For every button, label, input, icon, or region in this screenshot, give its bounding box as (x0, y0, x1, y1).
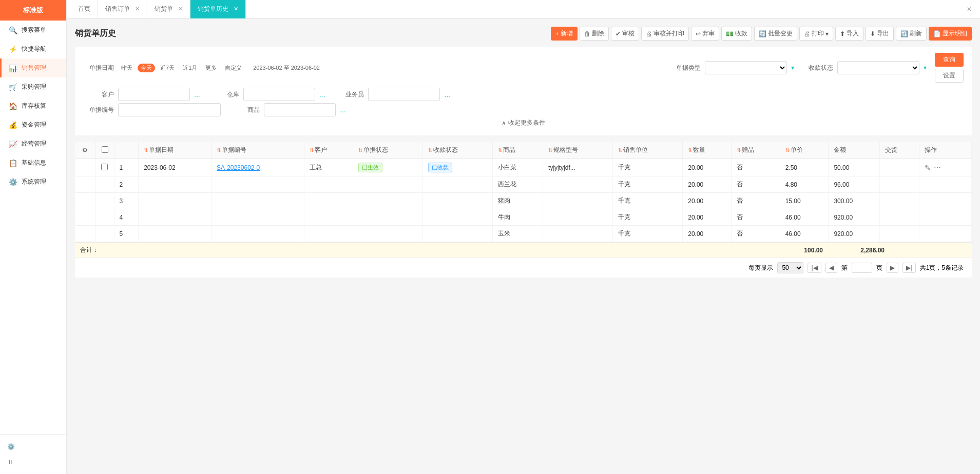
prev-page-button[interactable]: ◀ (825, 263, 837, 273)
tab-bar-close-button[interactable]: ✕ (963, 4, 976, 15)
customer-more-icon[interactable]: ... (194, 90, 200, 98)
td-action[interactable] (919, 226, 972, 242)
td-action[interactable] (919, 176, 972, 193)
sidebar-bottom-pause[interactable]: ⏸ (0, 455, 66, 470)
collect-button[interactable]: 💵 收款 (721, 27, 752, 41)
date-tag-more[interactable]: 更多 (202, 64, 220, 72)
goods-more-icon[interactable]: ... (340, 106, 346, 114)
review-print-button[interactable]: 🖨 审核并打印 (641, 27, 689, 41)
sidebar-bottom-settings[interactable]: ⚙️ (0, 439, 66, 455)
td-number[interactable] (212, 226, 304, 242)
refresh-button[interactable]: 🔃 刷新 (896, 27, 927, 41)
td-number[interactable]: SA-20230602-0 (212, 159, 304, 176)
date-tag-custom[interactable]: 自定义 (222, 64, 245, 72)
customer-input[interactable] (118, 88, 190, 101)
doc-number-input[interactable] (118, 103, 221, 116)
td-number[interactable] (212, 209, 304, 226)
edit-action-icon[interactable]: ✎ (925, 164, 931, 172)
set-button[interactable]: 设置 (935, 69, 964, 83)
tab-close-icon[interactable]: ✕ (234, 6, 238, 12)
review-button[interactable]: ✔ 审核 (611, 27, 639, 41)
sidebar-item-quick-nav[interactable]: ⚡ 快捷导航 (0, 40, 66, 58)
td-action[interactable]: ✎⋯ (919, 159, 972, 176)
doc-number-link[interactable]: SA-20230602-0 (217, 164, 260, 171)
sidebar-item-basic-info[interactable]: 📋 基础信息 (0, 153, 66, 172)
salesperson-input[interactable] (368, 88, 440, 101)
next-page-button[interactable]: ▶ (887, 263, 898, 273)
td-doc-status: 已生效 (353, 159, 422, 176)
doc-type-select[interactable] (705, 61, 787, 74)
tab-sales-order[interactable]: 销售订单 ✕ (98, 0, 147, 18)
total-pages-label: 共1页，5条记录 (920, 264, 964, 272)
delete-button[interactable]: 🗑 删除 (580, 27, 609, 41)
sidebar-item-sys-mgmt[interactable]: ⚙️ 系统管理 (0, 172, 66, 191)
per-page-select[interactable]: 50 100 200 (777, 262, 803, 273)
th-spec[interactable]: ⇅规格型号 (543, 142, 613, 159)
payment-status-select[interactable] (837, 61, 919, 74)
import-button[interactable]: ⬆ 导入 (835, 27, 863, 41)
date-tag-1month[interactable]: 近1月 (180, 64, 200, 72)
th-customer[interactable]: ⇅客户 (304, 142, 353, 159)
sidebar-item-label: 搜索菜单 (22, 26, 46, 34)
td-amount: 96.00 (829, 176, 879, 193)
warehouse-input[interactable] (243, 88, 315, 101)
sidebar-item-finance-mgmt[interactable]: 💰 资金管理 (0, 115, 66, 134)
th-date[interactable]: ⇅单据日期 (139, 142, 212, 159)
sidebar-item-ops-mgmt[interactable]: 📈 经营管理 (0, 134, 66, 153)
td-row-num: 2 (114, 176, 139, 193)
tab-sales-history[interactable]: 销货单历史 ✕ (190, 0, 246, 18)
date-tag-yesterday[interactable]: 昨天 (118, 64, 136, 72)
th-goods[interactable]: ⇅商品 (492, 142, 543, 159)
th-qty[interactable]: ⇅数量 (683, 142, 732, 159)
th-settings[interactable]: ⚙ (75, 142, 95, 159)
select-all-checkbox[interactable] (102, 146, 108, 153)
td-unit: 千克 (613, 159, 683, 176)
show-detail-button[interactable]: 📄 显示明细 (929, 27, 972, 41)
salesperson-more-icon[interactable]: ... (444, 90, 450, 98)
tab-close-icon[interactable]: ✕ (135, 6, 140, 12)
tab-home[interactable]: 首页 (71, 0, 98, 18)
goods-input[interactable] (264, 103, 336, 116)
table-row: 4牛肉千克20.00否46.00920.00 (75, 209, 972, 226)
td-checkbox (95, 209, 114, 226)
th-number[interactable]: ⇅单据编号 (212, 142, 304, 159)
last-page-button[interactable]: ▶| (902, 263, 916, 273)
batch-change-button[interactable]: 🔄 批量变更 (754, 27, 797, 41)
print-button[interactable]: 🖨 打印 ▾ (799, 27, 833, 41)
new-button[interactable]: + 新增 (551, 27, 578, 41)
collapse-filter-button[interactable]: ∧ 收起更多条件 (83, 116, 964, 129)
abandon-button[interactable]: ↩ 弃审 (691, 27, 719, 41)
date-tag-7days[interactable]: 近7天 (157, 64, 178, 72)
more-action-icon[interactable]: ⋯ (934, 164, 941, 172)
td-number[interactable] (212, 176, 304, 193)
page-number-input[interactable]: 1 (852, 263, 872, 273)
th-unit[interactable]: ⇅销售单位 (613, 142, 683, 159)
th-checkbox[interactable] (95, 142, 114, 159)
import-icon: ⬆ (840, 30, 845, 37)
th-doc-status[interactable]: ⇅单据状态 (353, 142, 422, 159)
export-button[interactable]: ⬇ 导出 (866, 27, 894, 41)
row-checkbox[interactable] (101, 164, 108, 170)
query-button[interactable]: 查询 (935, 53, 964, 67)
gear-icon: ⚙️ (9, 178, 17, 186)
th-price[interactable]: ⇅单价 (780, 142, 829, 159)
th-gift[interactable]: ⇅赠品 (731, 142, 780, 159)
warehouse-more-icon[interactable]: ... (319, 90, 325, 98)
sidebar-item-sales-mgmt[interactable]: 📊 销售管理 (0, 58, 66, 77)
td-number[interactable] (212, 193, 304, 209)
td-goods: 牛肉 (492, 209, 543, 226)
sidebar-item-inventory-calc[interactable]: 🏠 库存核算 (0, 96, 66, 115)
date-tag-today[interactable]: 今天 (138, 64, 155, 72)
td-goods: 玉米 (492, 226, 543, 242)
td-action[interactable] (919, 193, 972, 209)
td-action[interactable] (919, 209, 972, 226)
home-icon: 🏠 (9, 102, 17, 110)
sidebar-item-purchase-mgmt[interactable]: 🛒 采购管理 (0, 77, 66, 96)
tab-close-icon[interactable]: ✕ (178, 6, 183, 12)
trend-icon: 📈 (9, 140, 17, 148)
sidebar-item-search-menu[interactable]: 🔍 搜索菜单 (0, 21, 66, 40)
th-payment-status[interactable]: ⇅收款状态 (422, 142, 492, 159)
td-goods: 小白菜 (492, 159, 543, 176)
tab-sales-goods[interactable]: 销货单 ✕ (147, 0, 190, 18)
first-page-button[interactable]: |◀ (808, 263, 821, 273)
